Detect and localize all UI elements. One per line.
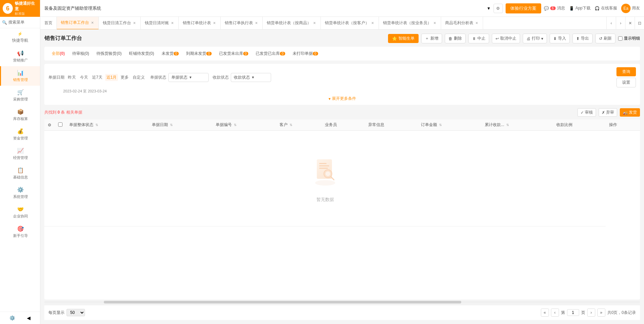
- subtab-pending-inspection[interactable]: 待拣货验货(0): [93, 49, 125, 58]
- tab-sales-summary-customer[interactable]: 销货单统计表（按客户） ✕: [321, 17, 379, 30]
- tab-close-gross-profit[interactable]: ✕: [475, 21, 479, 25]
- audit-btn[interactable]: ✓ 审核: [577, 108, 596, 117]
- subtab-unprinted[interactable]: 未打印单据0: [289, 49, 321, 58]
- sort-icon[interactable]: ⇅: [506, 123, 509, 127]
- void-btn[interactable]: ✗ 弃审: [599, 108, 617, 117]
- export-btn[interactable]: ⬆ 导出: [572, 34, 593, 43]
- date-opt-1month[interactable]: 近1月: [105, 74, 118, 81]
- sidebar-item-basic[interactable]: 📋 基础信息: [0, 164, 40, 183]
- sidebar-item-purchase[interactable]: 🛒 采购管理: [0, 86, 40, 105]
- page-number-input[interactable]: [567, 309, 579, 316]
- tab-close-sales-summary-customer[interactable]: ✕: [371, 21, 375, 25]
- last-page-btn[interactable]: »: [597, 309, 605, 317]
- sales-icon: 📊: [17, 70, 24, 76]
- sort-icon[interactable]: ⇅: [290, 123, 292, 127]
- tab-close-sales-summary-staff[interactable]: ✕: [433, 21, 437, 25]
- tab-close-sales-exec[interactable]: ✕: [254, 21, 258, 25]
- smart-create-btn[interactable]: ⭐ 智能生单: [388, 34, 419, 43]
- page-size-select[interactable]: 50 10 20 100: [67, 309, 85, 316]
- status-filter: 单据状态 单据状态 ▾: [150, 73, 209, 82]
- tab-expand-btn[interactable]: ⊡: [635, 17, 644, 30]
- tab-gross-profit[interactable]: 商品毛利分析表 ✕: [441, 17, 483, 30]
- finance-icon: 💰: [17, 128, 24, 134]
- th-checkbox[interactable]: [55, 119, 66, 131]
- date-opt-7days[interactable]: 近7天: [91, 74, 104, 81]
- subtab-pending-review[interactable]: 待审核(0): [69, 49, 93, 58]
- message-btn[interactable]: 💬 6 消息: [544, 5, 565, 11]
- gear-button[interactable]: ⚙: [493, 4, 503, 13]
- tab-close-sales-workbench[interactable]: ✕: [90, 21, 94, 25]
- payment-select[interactable]: 收款状态 ▾: [231, 73, 271, 82]
- settings-btn[interactable]: 设置: [616, 78, 636, 87]
- show-detail-input[interactable]: [618, 36, 622, 41]
- tab-close-cash-daily[interactable]: ✕: [132, 21, 136, 25]
- print-btn[interactable]: 🖨 打印 ▾: [523, 34, 547, 43]
- sort-icon[interactable]: ⇅: [234, 123, 237, 127]
- refresh-btn[interactable]: ↺ 刷新: [595, 34, 615, 43]
- svg-rect-5: [319, 168, 328, 169]
- sidebar-item-finance[interactable]: 💰 资金管理: [0, 125, 40, 144]
- collapse-icon[interactable]: ◀: [27, 315, 31, 321]
- horizontal-scrollbar[interactable]: [44, 301, 640, 303]
- tab-sales-exec[interactable]: 销售订单执行表 ✕: [221, 17, 263, 30]
- sort-icon[interactable]: ⇅: [95, 123, 98, 127]
- tab-close-sales-summary-product[interactable]: ✕: [312, 21, 316, 25]
- user-menu[interactable]: Ea 用友: [621, 4, 640, 13]
- tab-sales-summary-product[interactable]: 销货单统计表（按商品） ✕: [263, 17, 321, 30]
- stop-btn[interactable]: ⏸ 中止: [468, 34, 489, 43]
- sort-icon[interactable]: ⇅: [170, 123, 173, 127]
- ship-btn[interactable]: 🚚 发货: [620, 108, 640, 117]
- query-btn[interactable]: 查询: [616, 67, 636, 76]
- first-page-btn[interactable]: «: [541, 309, 549, 317]
- industry-btn[interactable]: 体验行业方案: [506, 3, 541, 13]
- tab-sales-summary-staff[interactable]: 销货单统计表（按业务员） ✕: [379, 17, 441, 30]
- tab-close-all-btn[interactable]: ✕: [625, 17, 635, 30]
- settings-icon[interactable]: ⚙️: [9, 315, 15, 321]
- date-opt-today[interactable]: 今天: [79, 74, 89, 81]
- sort-icon[interactable]: ⇅: [439, 123, 442, 127]
- sidebar-search[interactable]: 🔍 搜索菜单: [0, 17, 40, 28]
- tab-cash-daily[interactable]: 钱货日清工作台 ✕: [99, 17, 141, 30]
- sidebar-item-marketing[interactable]: 📢 营销推广: [0, 47, 40, 66]
- import-btn[interactable]: ⬇ 导入: [550, 34, 570, 43]
- tab-prev-btn[interactable]: ‹: [606, 17, 616, 30]
- date-opt-yesterday[interactable]: 昨天: [67, 74, 77, 81]
- tab-close-sales-stats[interactable]: ✕: [212, 21, 216, 25]
- online-service-btn[interactable]: 🎧 在线客服: [595, 5, 617, 11]
- subtab-wangpu-ship[interactable]: 旺铺待发货(0): [126, 49, 158, 58]
- avatar: Ea: [621, 4, 631, 13]
- quick-nav[interactable]: ⚡ 快捷导航: [0, 28, 40, 47]
- tab-sales-workbench[interactable]: 销售订单工作台 ✕: [57, 17, 99, 30]
- date-opt-custom[interactable]: 自定义: [131, 74, 146, 81]
- app-download-btn[interactable]: 📱 App下载: [569, 5, 591, 11]
- prev-page-btn[interactable]: ‹: [551, 309, 559, 317]
- new-btn[interactable]: ＋ 新增: [421, 34, 442, 43]
- th-settings[interactable]: ⚙: [44, 119, 55, 131]
- delete-btn[interactable]: 🗑 删除: [445, 34, 466, 43]
- sidebar-item-operations[interactable]: 📈 经营管理: [0, 144, 40, 164]
- system-dropdown[interactable]: ▼: [487, 6, 491, 11]
- tab-sales-stats[interactable]: 销售订单统计表 ✕: [179, 17, 221, 30]
- subtab-shipped-out[interactable]: 已发货已出库0: [252, 49, 289, 58]
- tab-close-cash-reconcile[interactable]: ✕: [170, 21, 174, 25]
- scrollbar-thumb[interactable]: [104, 301, 461, 303]
- sidebar-item-sales[interactable]: 📊 销售管理: [0, 66, 40, 86]
- cancel-stop-btn[interactable]: ↩ 取消中止: [492, 34, 520, 43]
- date-opt-more[interactable]: 更多: [119, 74, 130, 81]
- status-select[interactable]: 单据状态 ▾: [168, 73, 209, 82]
- subtab-all[interactable]: 全部(0): [48, 49, 68, 58]
- sidebar-item-guide[interactable]: 🎯 新手引导: [0, 222, 40, 242]
- expand-more-btn[interactable]: ▾ 展开更多条件: [48, 94, 636, 102]
- subtab-shipped-not-out[interactable]: 已发货未出库0: [216, 49, 252, 58]
- select-all-checkbox[interactable]: [58, 122, 62, 127]
- tab-home[interactable]: 首页: [40, 17, 57, 30]
- subtab-unshipped[interactable]: 未发货0: [158, 49, 182, 58]
- sidebar-item-system[interactable]: ⚙️ 系统管理: [0, 183, 40, 203]
- subtab-expired-unshipped[interactable]: 到期未发货0: [183, 49, 215, 58]
- tab-cash-reconcile[interactable]: 钱货日清对账 ✕: [141, 17, 179, 30]
- show-detail-checkbox[interactable]: 显示明细: [618, 36, 640, 41]
- sidebar-item-inventory[interactable]: 📦 库存核算: [0, 105, 40, 125]
- sidebar-item-enterprise[interactable]: 🤝 企业协同: [0, 203, 40, 222]
- tab-next-btn[interactable]: ›: [616, 17, 625, 30]
- next-page-btn[interactable]: ›: [587, 309, 595, 317]
